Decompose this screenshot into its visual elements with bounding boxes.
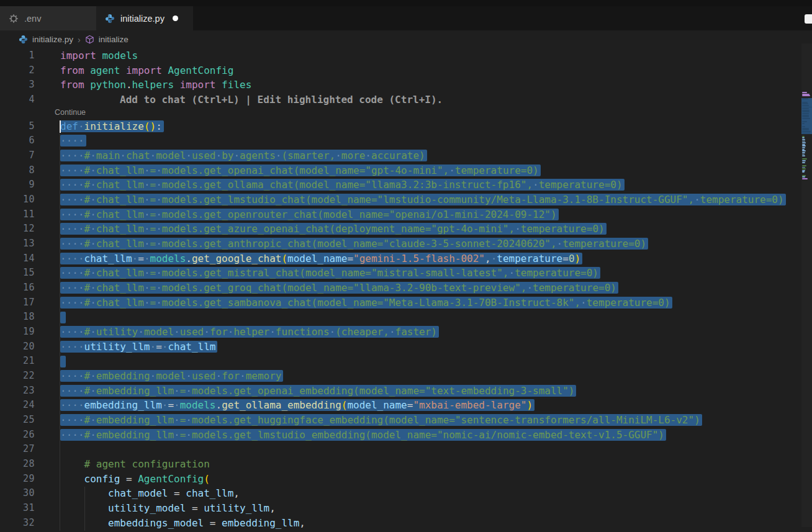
code-line-content[interactable]: # agent configuration: [60, 457, 210, 472]
code-line-content[interactable]: ····#·chat_llm·=·models.get_lmstudio_cha…: [60, 192, 786, 207]
code-row-11[interactable]: 11····#·chat_llm·=·models.get_openrouter…: [0, 207, 812, 222]
line-number[interactable]: 23: [0, 384, 35, 399]
line-number[interactable]: 26: [0, 428, 35, 443]
line-number[interactable]: 10: [0, 192, 35, 207]
code-line-content[interactable]: def·initialize():: [60, 119, 164, 134]
line-number[interactable]: 27: [0, 442, 35, 457]
line-number[interactable]: 3: [0, 78, 35, 92]
code-row-4[interactable]: 4Add to chat (Ctrl+L) | Edit highlighted…: [0, 92, 812, 107]
line-number[interactable]: 20: [0, 340, 35, 354]
line-number[interactable]: 16: [0, 281, 35, 295]
code-line-content[interactable]: ····#·main·chat·model·used·by·agents·(sm…: [60, 148, 427, 163]
modified-indicator-icon[interactable]: [173, 16, 178, 21]
line-number[interactable]: 5: [0, 119, 35, 134]
line-number[interactable]: 31: [0, 501, 35, 516]
line-number[interactable]: 2: [0, 63, 35, 78]
code-row-2[interactable]: 2from agent import AgentConfig: [0, 63, 812, 78]
line-number[interactable]: 7: [0, 148, 35, 163]
line-number[interactable]: 17: [0, 295, 35, 310]
code-row-3[interactable]: 3from python.helpers import files: [0, 78, 812, 92]
code-line-content[interactable]: ····#·chat_llm·=·models.get_openai_chat(…: [60, 163, 541, 178]
code-row-21[interactable]: 21: [0, 354, 812, 369]
code-line-content[interactable]: ····#·chat_llm·=·models.get_ollama_chat(…: [60, 178, 625, 192]
line-number[interactable]: 19: [0, 325, 35, 340]
code-row-16[interactable]: 16····#·chat_llm·=·models.get_groq_chat(…: [0, 281, 812, 295]
code-row-26[interactable]: 26····#·embedding_llm·=·models.get_lmstu…: [0, 428, 812, 443]
code-editor[interactable]: 1import models2from agent import AgentCo…: [0, 48, 812, 532]
code-row-20[interactable]: 20····utility_llm·=·chat_llm: [0, 340, 812, 354]
line-number[interactable]: 11: [0, 207, 35, 222]
code-line-content[interactable]: ····#·chat_llm·=·models.get_azure_openai…: [60, 222, 607, 237]
code-line-content[interactable]: Add to chat (Ctrl+L) | Edit highlighted …: [60, 92, 443, 107]
line-number[interactable]: 21: [0, 354, 35, 369]
line-number[interactable]: 29: [0, 472, 35, 487]
line-number[interactable]: 18: [0, 310, 35, 325]
code-line-content[interactable]: ····: [60, 133, 86, 148]
breadcrumb-symbol[interactable]: initialize: [99, 35, 129, 44]
continue-inline-hint[interactable]: Add to chat (Ctrl+L) | Edit highlighted …: [120, 94, 443, 106]
line-number[interactable]: 12: [0, 222, 35, 237]
breadcrumb-file[interactable]: initialize.py: [32, 35, 73, 44]
code-row-27[interactable]: 27: [0, 442, 812, 457]
code-line-content[interactable]: from agent import AgentConfig: [60, 63, 233, 78]
code-row-23[interactable]: 23····#·embedding_llm·=·models.get_opena…: [0, 384, 812, 399]
code-line-content[interactable]: ····chat_llm·=·models.get_google_chat(mo…: [60, 251, 582, 266]
code-row-25[interactable]: 25····#·embedding_llm·=·models.get_huggi…: [0, 413, 812, 428]
code-row-6[interactable]: 6····: [0, 133, 812, 148]
line-number[interactable]: 13: [0, 237, 35, 251]
code-row-17[interactable]: 17····#·chat_llm·=·models.get_sambanova_…: [0, 295, 812, 310]
code-line-content[interactable]: [60, 354, 66, 369]
code-row-13[interactable]: 13····#·chat_llm·=·models.get_anthropic_…: [0, 237, 812, 251]
code-row-32[interactable]: 32 embeddings_model = embedding_llm,: [0, 516, 812, 531]
code-line-content[interactable]: ····#·chat_llm·=·models.get_openrouter_c…: [60, 207, 559, 222]
code-line-content[interactable]: ····#·chat_llm·=·models.get_anthropic_ch…: [60, 237, 648, 251]
code-row-24[interactable]: 24····embedding_llm·=·models.get_ollama_…: [0, 398, 812, 413]
line-number[interactable]: 24: [0, 398, 35, 413]
code-line-content[interactable]: ····#·embedding_llm·=·models.get_hugging…: [60, 413, 702, 428]
code-row-15[interactable]: 15····#·chat_llm·=·models.get_mistral_ch…: [0, 266, 812, 281]
code-row-1[interactable]: 1import models: [0, 48, 812, 63]
code-line-content[interactable]: ····utility_llm·=·chat_llm: [60, 340, 217, 354]
code-line-content[interactable]: [60, 310, 66, 325]
line-number[interactable]: 30: [0, 486, 35, 501]
code-line-content[interactable]: ····#·utility·model·used·for·helper·func…: [60, 325, 439, 340]
line-number[interactable]: 9: [0, 178, 35, 192]
code-row-30[interactable]: 30 chat_model = chat_llm,: [0, 486, 812, 501]
code-row-8[interactable]: 8····#·chat_llm·=·models.get_openai_chat…: [0, 163, 812, 178]
line-number[interactable]: 4: [0, 92, 35, 107]
code-line-content[interactable]: utility_model = utility_llm,: [60, 501, 276, 516]
code-row-18[interactable]: 18: [0, 310, 812, 325]
code-row-12[interactable]: 12····#·chat_llm·=·models.get_azure_open…: [0, 222, 812, 237]
code-row-5[interactable]: 5def·initialize():: [0, 119, 812, 134]
code-line-content[interactable]: config = AgentConfig(: [60, 472, 210, 487]
code-line-content[interactable]: ····#·chat_llm·=·models.get_groq_chat(mo…: [60, 281, 618, 295]
code-row-9[interactable]: 9····#·chat_llm·=·models.get_ollama_chat…: [0, 178, 812, 192]
code-line-content[interactable]: embeddings_model = embedding_llm,: [60, 516, 305, 531]
code-line-content[interactable]: from python.helpers import files: [60, 78, 251, 92]
line-number[interactable]: 25: [0, 413, 35, 428]
code-row-29[interactable]: 29 config = AgentConfig(: [0, 472, 812, 487]
code-row-28[interactable]: 28 # agent configuration: [0, 457, 812, 472]
code-line-content[interactable]: ····embedding_llm·=·models.get_ollama_em…: [60, 398, 535, 413]
code-line-content[interactable]: ····#·embedding·model·used·for·memory: [60, 369, 283, 384]
code-line-content[interactable]: import models: [60, 48, 138, 63]
line-number[interactable]: 1: [0, 48, 35, 63]
continue-codelens[interactable]: Continue: [0, 107, 812, 119]
tab-env[interactable]: .env: [0, 6, 96, 30]
code-row-7[interactable]: 7····#·main·chat·model·used·by·agents·(s…: [0, 148, 812, 163]
line-number[interactable]: 15: [0, 266, 35, 281]
code-row-22[interactable]: 22····#·embedding·model·used·for·memory: [0, 369, 812, 384]
code-row-10[interactable]: 10····#·chat_llm·=·models.get_lmstudio_c…: [0, 192, 812, 207]
code-line-content[interactable]: ····#·embedding_llm·=·models.get_openai_…: [60, 384, 576, 399]
line-number[interactable]: 8: [0, 163, 35, 178]
line-number[interactable]: 14: [0, 251, 35, 266]
line-number[interactable]: 32: [0, 516, 35, 531]
code-line-content[interactable]: ····#·chat_llm·=·models.get_mistral_chat…: [60, 266, 600, 281]
code-row-31[interactable]: 31 utility_model = utility_llm,: [0, 501, 812, 516]
code-line-content[interactable]: chat_model = chat_llm,: [60, 486, 240, 501]
code-row-19[interactable]: 19····#·utility·model·used·for·helper·fu…: [0, 325, 812, 340]
editor-action-icon[interactable]: [805, 14, 812, 24]
line-number[interactable]: 22: [0, 369, 35, 384]
code-line-content[interactable]: ····#·chat_llm·=·models.get_sambanova_ch…: [60, 295, 672, 310]
line-number[interactable]: 6: [0, 133, 35, 148]
